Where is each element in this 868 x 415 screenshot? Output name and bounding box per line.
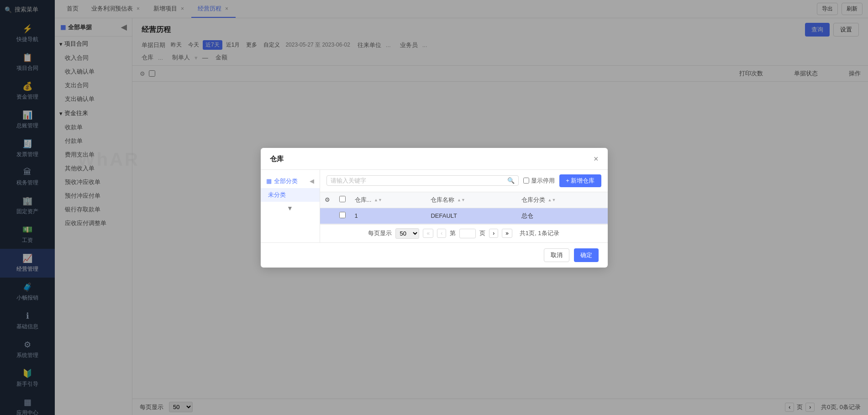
dialog-page-word: 第 (450, 229, 456, 237)
dialog-header: 仓库 × (261, 148, 608, 170)
td-code: DEFAULT (426, 208, 517, 224)
th-category[interactable]: 仓库分类 ▲▼ (517, 192, 608, 208)
sort-arrows-id: ▲▼ (374, 198, 382, 202)
row-id: 1 (355, 212, 358, 219)
row-code: DEFAULT (431, 212, 457, 219)
warehouse-dialog: 仓库 × ▦ 全部分类 ◀ 未分类 ▼ (261, 148, 608, 268)
td-settings (320, 208, 335, 224)
dialog-right-panel: 🔍 显示停用 + 新增仓库 (320, 170, 608, 242)
collapse-icon[interactable]: ◀ (310, 178, 314, 184)
th-gear-icon[interactable]: ⚙ (325, 196, 330, 203)
table-row[interactable]: 1 DEFAULT 总仓 (320, 208, 608, 224)
dialog-toolbar: 🔍 显示停用 + 新增仓库 (320, 170, 608, 192)
dialog-prev-page-btn[interactable]: ‹ (437, 229, 446, 238)
dialog-overlay: 仓库 × ▦ 全部分类 ◀ 未分类 ▼ (0, 0, 868, 415)
dialog-last-page-btn[interactable]: » (502, 229, 512, 238)
show-disabled-label[interactable]: 显示停用 (523, 177, 555, 185)
dialog-per-page-label: 每页显示 (368, 229, 392, 237)
th-name-label: 仓库名称 (431, 196, 454, 203)
dialog-left-all-label: 全部分类 (274, 177, 298, 185)
th-checkbox (335, 192, 350, 208)
table-select-all-checkbox[interactable] (339, 196, 346, 202)
add-warehouse-button[interactable]: + 新增仓库 (559, 174, 601, 187)
scroll-down-icon[interactable]: ▼ (287, 205, 293, 212)
dialog-search-input[interactable] (331, 177, 505, 184)
dialog-table: ⚙ 仓库... ▲▼ (320, 192, 608, 224)
dialog-first-page-btn[interactable]: « (423, 229, 433, 238)
dialog-close-button[interactable]: × (594, 154, 599, 164)
td-id: 1 (350, 208, 426, 224)
th-id-label: 仓库... (355, 196, 372, 203)
dialog-page-input[interactable]: 1 (459, 229, 476, 238)
show-disabled-checkbox[interactable] (523, 178, 529, 184)
td-checkbox (335, 208, 350, 224)
dialog-left-all[interactable]: ▦ 全部分类 ◀ (261, 174, 320, 188)
dialog-search-wrapper: 🔍 (326, 175, 519, 186)
dialog-footer: 取消 确定 (261, 242, 608, 268)
th-id[interactable]: 仓库... ▲▼ (350, 192, 426, 208)
sort-arrows-name: ▲▼ (457, 198, 465, 202)
row-checkbox[interactable] (339, 212, 346, 218)
th-settings: ⚙ (320, 192, 335, 208)
dialog-pagination: 每页显示 50 100 « ‹ 第 1 页 › » 共1页, 1条记录 (320, 224, 608, 242)
dialog-table-area: ⚙ 仓库... ▲▼ (320, 192, 608, 224)
th-name[interactable]: 仓库名称 ▲▼ (426, 192, 517, 208)
row-name: 总仓 (521, 212, 533, 219)
th-category-label: 仓库分类 (521, 196, 545, 203)
dialog-left-uncategorized[interactable]: 未分类 (261, 188, 320, 202)
dialog-next-page-btn[interactable]: › (489, 229, 498, 238)
grid-icon2: ▦ (266, 178, 272, 184)
dialog-left-panel: ▦ 全部分类 ◀ 未分类 ▼ (261, 170, 320, 242)
dialog-pagination-total: 共1页, 1条记录 (520, 229, 559, 237)
dialog-title: 仓库 (270, 155, 284, 163)
td-name: 总仓 (517, 208, 608, 224)
dialog-confirm-button[interactable]: 确定 (574, 248, 599, 262)
dialog-left-item-label: 未分类 (268, 191, 286, 198)
dialog-table-head-row: ⚙ 仓库... ▲▼ (320, 192, 608, 208)
dialog-cancel-button[interactable]: 取消 (544, 248, 569, 262)
dialog-per-page-select[interactable]: 50 100 (395, 228, 419, 239)
dialog-body: ▦ 全部分类 ◀ 未分类 ▼ (261, 170, 608, 242)
sort-arrows-category: ▲▼ (548, 198, 556, 202)
search-icon2: 🔍 (507, 177, 515, 184)
dialog-page-label: 页 (479, 229, 485, 237)
dialog-left-scroll: ▼ (261, 202, 320, 215)
